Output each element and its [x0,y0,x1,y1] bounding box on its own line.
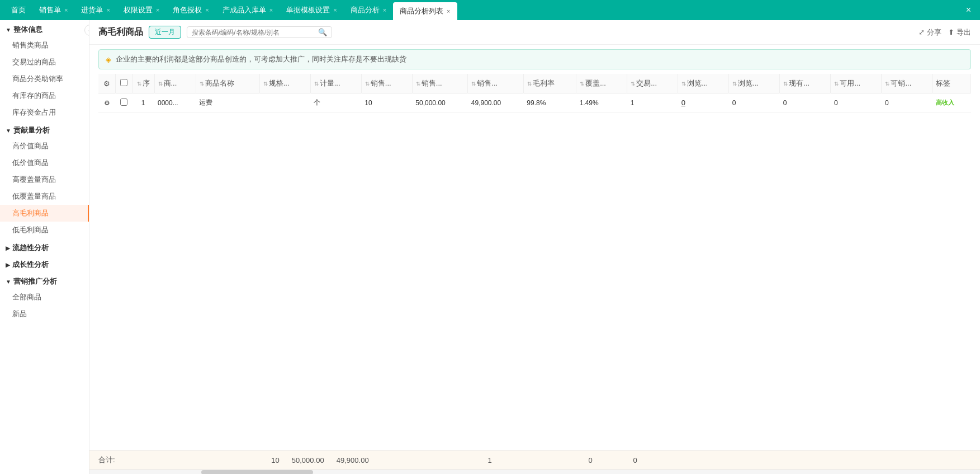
browse1-link[interactable]: 0 [681,98,685,107]
arrow-icon-3: ▶ [6,245,10,251]
horizontal-scrollbar[interactable] [89,470,980,474]
export-button[interactable]: ⬆ 导出 [948,27,971,37]
close-tab-inbound[interactable]: × [269,7,273,13]
share-button[interactable]: ⤢ 分享 [919,27,941,37]
row-code: 0000... [154,93,196,112]
footer-bar: 合计: 10 50,000.00 49,900.00 1 0 0 [89,450,980,470]
main-layout: « ▼ 整体信息 销售类商品 交易过的商品 商品分类助销率 有库存的商品 库存资… [0,20,980,474]
sort-icon-available-stock[interactable]: ⇅ [834,81,839,87]
sort-icon[interactable]: ⇅ [137,81,141,87]
search-icon[interactable]: 🔍 [318,28,327,36]
sidebar-item-sales-goods[interactable]: 销售类商品 [0,37,89,54]
sidebar-item-high-value[interactable]: 高价值商品 [0,138,89,154]
tab-sales-order[interactable]: 销售单 × [32,0,74,20]
sidebar-item-low-coverage[interactable]: 低覆盖量商品 [0,188,89,205]
arrow-icon-2: ▼ [6,128,11,134]
row-tag: 高收入 [932,93,971,112]
row-sales-qty: 10 [361,93,412,112]
sort-icon-unit[interactable]: ⇅ [314,81,319,87]
tab-home[interactable]: 首页 [4,0,32,20]
col-header-name: ⇅商品名称 [196,74,259,93]
sidebar-group-contribution[interactable]: ▼ 贡献量分析 [0,121,89,138]
sort-icon-browse2[interactable]: ⇅ [732,81,737,87]
close-tab-analysis[interactable]: × [383,7,386,13]
tab-template-settings[interactable]: 单据模板设置 × [280,0,343,20]
row-unit: 个 [310,93,361,112]
footer-label: 合计: [98,455,115,465]
export-icon: ⬆ [948,28,954,36]
info-banner: ◈ 企业的主要的利润都是这部分商品创造的，可考虑加大推广，同时关注库存是不要出现… [98,49,971,69]
close-tab-purchase[interactable]: × [106,7,110,13]
col-header-code: ⇅商... [154,74,196,93]
sort-icon-gross-margin[interactable]: ⇅ [527,81,532,87]
sort-icon-name[interactable]: ⇅ [200,81,204,87]
sort-icon-sellable-stock[interactable]: ⇅ [885,81,889,87]
row-available-stock: 0 [831,93,882,112]
content-area: 高毛利商品 近一月 🔍 ⤢ 分享 ⬆ 导出 ◈ 企业的主要的利润都是这部分商品创… [89,20,980,474]
close-tab-sales[interactable]: × [64,7,68,13]
sort-icon-spec[interactable]: ⇅ [263,81,268,87]
tab-purchase-order[interactable]: 进货单 × [74,0,116,20]
sidebar-item-high-margin[interactable]: 高毛利商品 [0,205,89,222]
col-header-browse2: ⇅浏览... [729,74,780,93]
search-input[interactable] [192,29,318,36]
close-tab-role[interactable]: × [205,7,209,13]
row-checkbox[interactable] [115,93,132,112]
row-sales-amount: 50,000.00 [412,93,467,112]
sidebar-item-high-coverage[interactable]: 高覆盖量商品 [0,171,89,188]
sidebar-item-low-margin[interactable]: 低毛利商品 [0,222,89,238]
sort-icon-sales-cost[interactable]: ⇅ [471,81,476,87]
tab-role-auth[interactable]: 角色授权 × [166,0,215,20]
sidebar-item-category-rate[interactable]: 商品分类助销率 [0,71,89,87]
row-name: 运费 [196,93,259,112]
col-header-checkbox[interactable] [115,74,132,93]
sidebar-item-new-goods[interactable]: 新品 [0,306,89,322]
row-settings[interactable]: ⚙ [98,93,115,112]
row-sellable-stock: 0 [882,93,932,112]
data-table: ⚙ ⇅序 ⇅商... ⇅商品名称 [98,74,971,112]
col-header-sellable-stock: ⇅可销... [882,74,932,93]
filter-recent-month-button[interactable]: 近一月 [149,26,181,39]
sort-icon-sales-amount[interactable]: ⇅ [416,81,420,87]
sort-icon-transaction[interactable]: ⇅ [631,81,635,87]
table-row: ⚙ 1 0000... 运费 个 10 50,000.00 49,900.00 … [98,93,971,112]
close-all-button[interactable]: × [962,5,976,15]
col-header-settings[interactable]: ⚙ [98,74,115,93]
row-current-stock: 0 [780,93,831,112]
tab-permission-settings[interactable]: 权限设置 × [117,0,166,20]
sort-icon-code[interactable]: ⇅ [158,81,163,87]
close-tab-analysis-list[interactable]: × [447,8,450,15]
tab-analysis-list[interactable]: 商品分析列表 × [393,2,457,20]
sidebar-group-trend[interactable]: ▶ 流趋性分析 [0,238,89,255]
footer-transaction: 1 [451,456,495,464]
footer-spacer3 [495,456,551,464]
sidebar-item-traded-goods[interactable]: 交易过的商品 [0,54,89,71]
sort-icon-browse1[interactable]: ⇅ [681,81,686,87]
arrow-icon-4: ▶ [6,262,10,268]
sort-icon-sales-qty[interactable]: ⇅ [365,81,370,87]
sidebar-group-overall[interactable]: ▼ 整体信息 [0,20,89,37]
sidebar-item-all-goods[interactable]: 全部商品 [0,289,89,306]
footer-values: 10 50,000.00 49,900.00 1 0 0 [126,456,641,464]
sort-icon-current-stock[interactable]: ⇅ [783,81,788,87]
close-tab-template[interactable]: × [333,7,337,13]
row-browse1: 0 [678,93,729,112]
sort-icon-coverage[interactable]: ⇅ [580,81,584,87]
tab-product-analysis[interactable]: 商品分析 × [344,0,393,20]
select-all-checkbox[interactable] [120,79,127,86]
sidebar-group-growth[interactable]: ▶ 成长性分析 [0,255,89,272]
sidebar-item-in-stock[interactable]: 有库存的商品 [0,87,89,104]
sidebar-item-low-value[interactable]: 低价值商品 [0,154,89,171]
sidebar-item-stock-capital[interactable]: 库存资金占用 [0,104,89,121]
close-tab-permission[interactable]: × [156,7,159,13]
col-header-transaction: ⇅交易... [627,74,678,93]
row-spec [259,93,310,112]
settings-icon[interactable]: ⚙ [103,79,110,88]
row-coverage: 1.49% [576,93,627,112]
col-header-current-stock: ⇅现有... [780,74,831,93]
footer-sales-qty: 10 [238,456,283,464]
content-header: 高毛利商品 近一月 🔍 ⤢ 分享 ⬆ 导出 [89,20,980,45]
sidebar-group-marketing[interactable]: ▼ 营销推广分析 [0,272,89,289]
scrollbar-thumb[interactable] [201,470,313,474]
tab-product-inbound[interactable]: 产成品入库单 × [216,0,280,20]
